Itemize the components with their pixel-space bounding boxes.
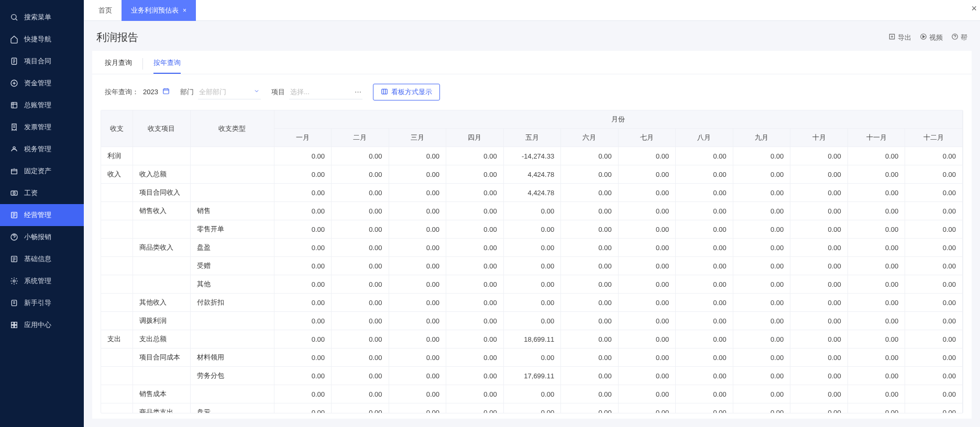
cell-val: 0.00 <box>847 257 905 275</box>
cell-val: 0.00 <box>905 403 963 414</box>
close-all-icon[interactable]: × <box>971 3 977 14</box>
sidebar-item-5[interactable]: 发票管理 <box>0 116 84 138</box>
table-row: 收入收入总额0.000.000.000.004,424.780.000.000.… <box>101 165 963 184</box>
cell-val: 0.00 <box>676 385 733 403</box>
cell-val: 0.00 <box>905 330 963 349</box>
sidebar-item-7[interactable]: 固定资产 <box>0 160 84 182</box>
cell-type <box>190 385 274 403</box>
sidebar-item-13[interactable]: 新手引导 <box>0 292 84 314</box>
cell-val: 0.00 <box>332 385 389 403</box>
cell-val: 0.00 <box>618 275 676 294</box>
cell-sz <box>101 275 133 294</box>
cell-sz <box>101 385 133 403</box>
cell-val: 0.00 <box>847 220 905 239</box>
cell-val: 0.00 <box>790 275 848 294</box>
cell-val: 0.00 <box>446 165 504 184</box>
year-input[interactable]: 2023 <box>143 88 158 96</box>
cell-val: 0.00 <box>847 184 905 202</box>
tab-1[interactable]: 业务利润预估表× <box>122 0 196 21</box>
cell-val: 0.00 <box>790 257 848 275</box>
cell-val: 0.00 <box>561 403 619 414</box>
sidebar-item-8[interactable]: 工资 <box>0 182 84 204</box>
cell-val: 0.00 <box>561 349 619 367</box>
sidebar-item-2[interactable]: 项目合同 <box>0 50 84 72</box>
cell-val: 0.00 <box>446 184 504 202</box>
sidebar-item-1[interactable]: 快捷导航 <box>0 28 84 50</box>
cell-item: 项目合同收入 <box>133 184 190 202</box>
project-select[interactable]: 选择... ⋯ <box>289 85 362 99</box>
cell-sz <box>101 239 133 257</box>
cell-val: 0.00 <box>905 184 963 202</box>
cell-val: 0.00 <box>676 165 733 184</box>
dept-select[interactable]: 全部部门 <box>198 85 261 99</box>
video-button[interactable]: 视频 <box>920 33 943 42</box>
help-button[interactable]: 帮 <box>951 33 967 42</box>
svg-rect-16 <box>15 325 17 328</box>
cell-val: 0.00 <box>446 349 504 367</box>
cell-type: 盘盈 <box>190 239 274 257</box>
table-scroll[interactable]: 收支收支项目收支类型月份一月二月三月四月五月六月七月八月九月十月十一月十二月 利… <box>101 110 963 413</box>
sidebar-item-6[interactable]: 税务管理 <box>0 138 84 160</box>
sidebar-item-14[interactable]: 应用中心 <box>0 314 84 336</box>
cell-val: 0.00 <box>446 294 504 312</box>
coin-icon <box>9 78 19 88</box>
cell-item: 项目合同成本 <box>133 349 190 367</box>
cell-val: 0.00 <box>790 367 848 385</box>
cell-val: 0.00 <box>389 294 446 312</box>
cell-val: 0.00 <box>332 184 389 202</box>
filters-row: 按年查询： 2023 部门 全部部门 项目 选择... <box>92 74 972 110</box>
cell-val: 0.00 <box>618 367 676 385</box>
sidebar-item-10[interactable]: 小畅报销 <box>0 226 84 248</box>
close-icon[interactable]: × <box>183 0 186 21</box>
subtab-month[interactable]: 按月查询 <box>105 58 132 74</box>
profit-table: 收支收支项目收支类型月份一月二月三月四月五月六月七月八月九月十月十一月十二月 利… <box>101 110 963 413</box>
cell-val: 0.00 <box>676 202 733 220</box>
export-button[interactable]: 导出 <box>888 33 911 42</box>
cell-val: 0.00 <box>561 220 619 239</box>
sidebar-item-label: 固定资产 <box>24 166 51 176</box>
cell-val: 0.00 <box>503 275 561 294</box>
cell-val: 0.00 <box>389 239 446 257</box>
cell-val: 0.00 <box>274 184 332 202</box>
th-month-10: 十一月 <box>847 129 905 147</box>
calendar-icon[interactable] <box>162 87 170 96</box>
cell-val: 0.00 <box>676 294 733 312</box>
cell-val: 0.00 <box>790 330 848 349</box>
header-tools: 导出 视频 帮 <box>888 33 967 42</box>
cell-val: 17,699.11 <box>503 367 561 385</box>
cell-val: 0.00 <box>446 147 504 165</box>
sidebar-item-4[interactable]: 总账管理 <box>0 94 84 116</box>
cell-val: 0.00 <box>618 349 676 367</box>
th-month-4: 五月 <box>503 129 561 147</box>
cell-val: 0.00 <box>618 330 676 349</box>
th-month-1: 二月 <box>332 129 389 147</box>
sidebar-item-12[interactable]: 系统管理 <box>0 270 84 292</box>
sidebar-item-label: 项目合同 <box>24 57 51 66</box>
tab-0[interactable]: 首页 <box>89 0 122 21</box>
sidebar-item-0[interactable]: 搜索菜单 <box>0 6 84 28</box>
tab-label: 首页 <box>98 6 112 14</box>
kanban-button[interactable]: 看板方式显示 <box>373 84 440 100</box>
subtab-year[interactable]: 按年查询 <box>153 58 181 74</box>
cell-val: 0.00 <box>274 312 332 330</box>
cell-val: 0.00 <box>561 330 619 349</box>
cell-val: 0.00 <box>618 220 676 239</box>
cell-val: 0.00 <box>905 294 963 312</box>
cell-val: 0.00 <box>733 147 790 165</box>
export-icon <box>888 33 896 42</box>
cell-type: 其他 <box>190 275 274 294</box>
sidebar-item-label: 应用中心 <box>24 320 51 330</box>
content-card: 按月查询 按年查询 按年查询： 2023 部门 全部部门 <box>92 51 972 419</box>
table-row: 销售成本0.000.000.000.000.000.000.000.000.00… <box>101 385 963 403</box>
cell-val: 0.00 <box>503 349 561 367</box>
apps-icon <box>9 320 19 330</box>
sidebar-item-3[interactable]: 资金管理 <box>0 72 84 94</box>
video-label: 视频 <box>929 33 943 42</box>
sidebar-item-11[interactable]: 基础信息 <box>0 248 84 270</box>
cell-sz <box>101 294 133 312</box>
cell-val: 0.00 <box>446 220 504 239</box>
th-month-5: 六月 <box>561 129 619 147</box>
cell-val: 0.00 <box>389 330 446 349</box>
sidebar-item-9[interactable]: 经营管理 <box>0 204 84 226</box>
sidebar-item-label: 搜索菜单 <box>24 13 51 22</box>
